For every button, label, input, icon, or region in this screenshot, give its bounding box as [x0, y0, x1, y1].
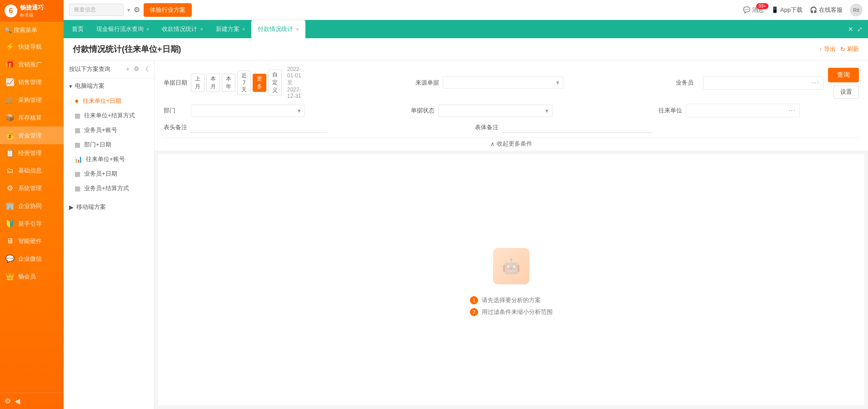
this-month-label: 本月 — [210, 76, 216, 90]
finance-icon: 💰 — [5, 131, 15, 140]
scheme-item-icon-2: ▦ — [75, 112, 80, 119]
sidebar-item-quick-nav[interactable]: ⚡ 快捷导航 — [0, 38, 64, 56]
source-doc-dropdown[interactable]: ▾ — [443, 76, 563, 89]
expand-icon[interactable]: ⤢ — [857, 25, 863, 33]
settings-bottom-icon[interactable]: ⚙ — [5, 397, 11, 405]
sidebar-item-sales[interactable]: 📈 销售管理 — [0, 73, 64, 91]
sidebar-item-label: 畅会员 — [18, 273, 36, 281]
custom-btn[interactable]: 自定义 — [268, 70, 282, 96]
account-dropdown-icon[interactable]: ▾ — [127, 7, 130, 13]
scheme-item-salesman-settle[interactable]: ▦ 业务员+结算方式 — [64, 181, 154, 196]
sidebar-item-label: 企业协同 — [18, 202, 42, 210]
tab-income-close[interactable]: × — [200, 26, 203, 32]
message-btn[interactable]: 💬 消息 99+ — [743, 6, 764, 14]
scheme-item-counterpart-account[interactable]: 📊 往来单位+账号 — [64, 152, 154, 167]
refresh-icon: ↻ — [840, 46, 845, 53]
sidebar-item-guide[interactable]: 🔰 新手引导 — [0, 215, 64, 232]
scheme-item-salesman-account[interactable]: ▦ 业务员+账号 — [64, 123, 154, 137]
scheme-panel: 按以下方案查询 ＋ ⚙ 《 ▾ 电脑端方案 ● 往来单位+日期 — [64, 61, 155, 409]
step-1-text: 请先选择要分析的方案 — [482, 296, 541, 304]
sidebar-item-basic[interactable]: 🗂 基础信息 — [0, 162, 64, 179]
topbar-gear-icon[interactable]: ⚙ — [134, 5, 140, 14]
sidebar-item-inventory[interactable]: 📦 库存核算 — [0, 109, 64, 126]
sidebar-item-finance[interactable]: 💰 资金管理 — [0, 126, 64, 144]
collapse-row: ∧ 收起更多条件 — [164, 137, 859, 151]
user-avatar[interactable]: Rit — [850, 4, 863, 16]
account-selector[interactable]: 账套信息 — [69, 4, 124, 16]
service-btn[interactable]: 🎧 在线客服 — [810, 6, 843, 14]
doc-status-dropdown[interactable]: ▾ — [438, 105, 552, 117]
topbar: 账套信息 ▾ ⚙ 体验行业方案 💬 消息 99+ 📱 App下载 🎧 在线客服 … — [64, 0, 868, 20]
scheme-item-counterpart-settle[interactable]: ▦ 往来单位+结算方式 — [64, 108, 154, 123]
page-actions: ↑ 导出 ↻ 刷新 — [819, 45, 859, 53]
settings-button[interactable]: 设置 — [833, 85, 859, 99]
refresh-button[interactable]: ↻ 刷新 — [840, 45, 859, 53]
app-download-btn[interactable]: 📱 App下载 — [771, 6, 803, 14]
body-note-input[interactable] — [502, 122, 652, 133]
sidebar-item-system[interactable]: ⚙ 系统管理 — [0, 179, 64, 197]
sidebar-item-label: 销售管理 — [18, 78, 42, 86]
last-7-btn[interactable]: 近7天 — [237, 71, 251, 95]
scheme-section-desktop-title[interactable]: ▾ 电脑端方案 — [64, 78, 154, 94]
filter-row-1: 单据日期 上月 本月 本年 近7天 更多 自定义 2022-01-01 至 20… — [164, 66, 859, 99]
scheme-item-icon-7: ▦ — [75, 185, 80, 192]
collapse-chevron-icon: ∧ — [490, 141, 495, 147]
desktop-section-label: 电脑端方案 — [75, 82, 105, 90]
counterpart-dropdown[interactable]: ··· — [686, 104, 800, 117]
logo-icon: 6 — [5, 5, 17, 17]
last-7-label: 近7天 — [241, 72, 247, 93]
tab-bank[interactable]: 现金银行流水查询 × — [90, 20, 155, 38]
scheme-item-salesman-date[interactable]: ▦ 业务员+日期 — [64, 167, 154, 181]
tab-new-close[interactable]: × — [242, 26, 245, 32]
more-label: 更多 — [257, 76, 262, 90]
filter-row-3: 表头备注 表体备注 — [164, 122, 859, 133]
sidebar-item-label: 库存核算 — [18, 114, 42, 122]
tab-new-label: 新建方案 — [216, 25, 239, 33]
source-doc-arrow: ▾ — [556, 79, 559, 86]
tab-payment[interactable]: 付款情况统计 × — [251, 20, 305, 38]
last-month-btn[interactable]: 上月 — [191, 74, 205, 92]
export-label: 导出 — [824, 45, 836, 53]
trial-button[interactable]: 体验行业方案 — [144, 3, 192, 17]
scheme-section-mobile-title[interactable]: ▶ 移动端方案 — [64, 199, 154, 215]
sidebar-item-wechat[interactable]: 💬 企业微信 — [0, 250, 64, 268]
sidebar-item-marketing[interactable]: 🎁 营销推广 — [0, 56, 64, 73]
export-button[interactable]: ↑ 导出 — [819, 45, 836, 53]
dept-label: 部门 — [164, 106, 191, 115]
sales-icon: 📈 — [5, 78, 15, 86]
this-year-btn[interactable]: 本年 — [222, 74, 235, 92]
close-all-tabs-icon[interactable]: ✕ — [848, 25, 853, 33]
tab-home[interactable]: 首页 — [65, 20, 90, 38]
search-menu[interactable]: 🔍 搜索菜单 — [0, 22, 64, 38]
empty-steps: 1 请先选择要分析的方案 2 用过滤条件来缩小分析范围 — [470, 296, 553, 316]
this-month-btn[interactable]: 本月 — [206, 74, 220, 92]
query-button[interactable]: 查询 — [828, 68, 859, 82]
sidebar-item-purchase[interactable]: 🛒 采购管理 — [0, 91, 64, 109]
sidebar-item-enterprise[interactable]: 🏢 企业协同 — [0, 197, 64, 215]
salesman-dropdown[interactable]: ··· — [703, 76, 823, 90]
scheme-item-label: 往来单位+账号 — [86, 155, 125, 163]
tab-bank-close[interactable]: × — [146, 26, 149, 32]
collapse-sidebar-icon[interactable]: ◀ — [15, 397, 20, 405]
logo-sub: 标准版 — [20, 12, 44, 18]
tab-payment-close[interactable]: × — [296, 26, 299, 32]
collapse-button[interactable]: ∧ 收起更多条件 — [490, 140, 532, 148]
sidebar-item-member[interactable]: 👑 畅会员 — [0, 268, 64, 285]
more-btn[interactable]: 更多 — [253, 74, 266, 92]
scheme-item-dept-date[interactable]: ▦ 部门+日期 — [64, 137, 154, 152]
scheme-settings-icon[interactable]: ⚙ — [134, 65, 140, 73]
scheme-item-counterpart-date[interactable]: ● 往来单位+日期 — [64, 94, 154, 108]
header-note-input[interactable] — [191, 122, 327, 133]
scheme-item-label: 业务员+日期 — [84, 170, 117, 178]
tab-new[interactable]: 新建方案 × — [210, 20, 251, 38]
sidebar-item-label: 经营管理 — [18, 149, 42, 157]
scheme-collapse-icon[interactable]: 《 — [142, 65, 149, 73]
service-icon: 🎧 — [810, 6, 817, 13]
scheme-add-icon[interactable]: ＋ — [125, 65, 131, 73]
system-icon: ⚙ — [5, 184, 15, 192]
tab-income[interactable]: 收款情况统计 × — [155, 20, 209, 38]
sidebar-item-operation[interactable]: 📋 经营管理 — [0, 144, 64, 162]
member-icon: 👑 — [5, 272, 15, 281]
dept-dropdown[interactable]: ▾ — [191, 105, 305, 117]
sidebar-item-hardware[interactable]: 🖥 智能硬件 — [0, 232, 64, 250]
